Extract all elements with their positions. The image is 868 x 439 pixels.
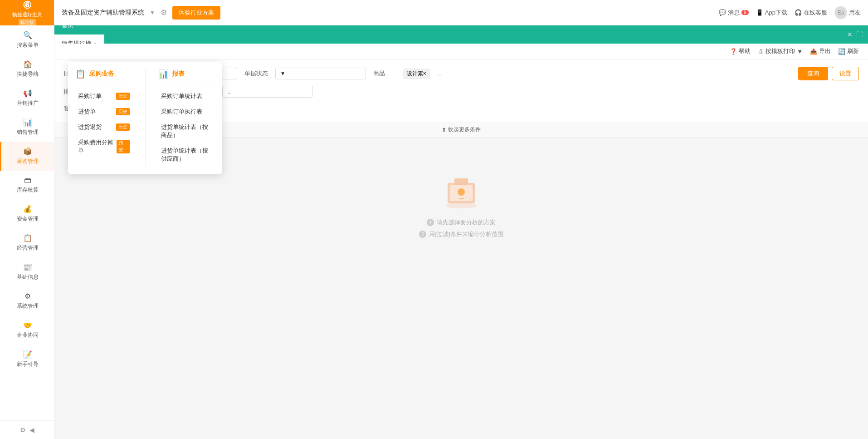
purchase-menu-item[interactable]: 采购订单 历史	[75, 89, 132, 104]
purchase-item-label: 进货单	[78, 108, 96, 116]
user-name: 用友	[849, 9, 861, 17]
sidebar: ⑥ 畅捷通好生意 标准版 🔍 搜索菜单 🏠 快捷导航 📢 营销推广 📊 销售管理…	[0, 0, 54, 439]
salesman-input[interactable]: ...	[222, 86, 313, 98]
report-menu-item[interactable]: 进货单统计表（按商品）	[158, 119, 215, 143]
topbar-gear-icon[interactable]: ⚙	[161, 8, 167, 17]
purchase-menu-item[interactable]: 进货单 历史	[75, 104, 132, 119]
empty-hint-1: 1 请先选择要分析的方案	[427, 218, 496, 227]
report-item-label: 进货单统计表（按供应商）	[161, 147, 213, 163]
query-btn[interactable]: 查询	[798, 67, 828, 80]
message-btn[interactable]: 💬 消息 9	[719, 9, 749, 17]
sidebar-item-basic-info[interactable]: 📰 基础信息	[0, 257, 54, 286]
online-service-btn[interactable]: 🎧 在线客服	[795, 9, 827, 17]
status-label: 单据状态	[244, 69, 268, 78]
tab-maximize-btn[interactable]: ⛶	[856, 31, 863, 38]
sidebar-item-finance[interactable]: 💰 资金管理	[0, 199, 54, 228]
purchase-label: 采购管理	[17, 158, 39, 165]
trial-btn[interactable]: 体验行业方案	[172, 6, 220, 20]
phone-icon: 📱	[756, 9, 763, 16]
sidebar-item-purchase[interactable]: 📦 采购管理	[0, 142, 54, 171]
report-item-label: 采购订单统计表	[161, 92, 202, 100]
search-label: 搜索菜单	[17, 41, 39, 49]
purchase-item-label: 采购订单	[78, 92, 102, 100]
empty-icon	[439, 174, 484, 210]
purchase-menu-item[interactable]: 采购费用分摊单 历史	[75, 135, 132, 158]
sidebar-item-quick-nav[interactable]: 🏠 快捷导航	[0, 54, 54, 84]
sidebar-item-marketing[interactable]: 📢 营销推广	[0, 84, 54, 113]
system-title: 装备及固定资产辅助管理系统	[62, 9, 144, 17]
message-icon: 💬	[719, 9, 726, 16]
guide-icon: 📝	[23, 350, 32, 359]
status-arrow: ▼	[280, 70, 286, 77]
quick-nav-label: 快捷导航	[17, 70, 39, 78]
tab-close-all-btn[interactable]: ✕	[847, 31, 853, 38]
finance-icon: 💰	[23, 205, 32, 213]
export-label: 导出	[819, 47, 831, 55]
refresh-label: 刷新	[847, 47, 859, 55]
sidebar-item-cooperation[interactable]: 🤝 企业协同	[0, 316, 54, 345]
svg-rect-3	[454, 178, 468, 185]
marketing-icon: 📢	[23, 89, 32, 98]
inventory-label: 库存核算	[17, 186, 39, 194]
sidebar-item-search[interactable]: 🔍 搜索菜单	[0, 25, 54, 54]
empty-hint-2: 2 用[过滤]条件来缩小分析范围	[419, 230, 503, 238]
sidebar-settings-btn[interactable]: ⚙	[20, 426, 26, 434]
app-download-label: App下载	[765, 9, 787, 17]
sidebar-item-operations[interactable]: 📋 经营管理	[0, 228, 54, 257]
topbar: 装备及固定资产辅助管理系统 ▼ ⚙ 体验行业方案 💬 消息 9 📱 App下载 …	[54, 0, 868, 25]
refresh-icon: 🔄	[838, 48, 845, 55]
goods-more[interactable]: ...	[437, 70, 442, 77]
settings-btn[interactable]: 设置	[832, 67, 859, 80]
tabbar: 首页销售排行榜× ✕ ⛶	[54, 25, 868, 44]
help-btn[interactable]: ❓ 帮助	[730, 47, 751, 55]
svg-point-4	[458, 188, 465, 196]
topbar-right: 💬 消息 9 📱 App下载 🎧 在线客服 Ea 用友	[719, 6, 861, 19]
goods-tag-text: 设计素×	[407, 70, 426, 78]
salesman-more[interactable]: ...	[227, 89, 232, 95]
system-icon: ⚙	[24, 292, 31, 301]
user-menu[interactable]: Ea 用友	[834, 6, 861, 19]
purchase-business-icon: 📋	[75, 69, 85, 79]
sidebar-collapse-btn[interactable]: ◀	[29, 426, 34, 434]
basic-info-icon: 📰	[23, 263, 32, 271]
export-btn[interactable]: 📤 导出	[810, 47, 831, 55]
purchase-report-icon: 📊	[158, 69, 168, 79]
logo-title: 畅捷通好生意	[12, 11, 42, 18]
sidebar-menu: 🔍 搜索菜单 🏠 快捷导航 📢 营销推广 📊 销售管理 📦 采购管理 🗃 库存核…	[0, 25, 54, 374]
report-menu-item[interactable]: 采购订单统计表	[158, 89, 215, 104]
sidebar-item-sales[interactable]: 📊 销售管理	[0, 113, 54, 142]
filter-actions: 查询 设置	[798, 67, 859, 80]
tab-home[interactable]: 首页	[54, 16, 104, 35]
purchase-right-items: 采购订单统计表采购订单执行表进货单统计表（按商品）进货单统计表（按供应商）	[158, 89, 215, 167]
svg-point-0	[445, 203, 477, 208]
print-label: 按模板打印	[766, 47, 795, 55]
collapse-text: 收起更多条件	[448, 126, 481, 133]
app-download-btn[interactable]: 📱 App下载	[756, 9, 787, 17]
status-select[interactable]: ▼	[275, 68, 366, 79]
page-content: ❓ 帮助 🖨 按模板打印 ▼ 📤 导出 🔄 刷新 日期 近7天	[54, 44, 868, 439]
purchase-icon: 📦	[23, 147, 32, 156]
purchase-item-label: 采购费用分摊单	[78, 138, 117, 155]
report-menu-item[interactable]: 进货单统计表（按供应商）	[158, 143, 215, 167]
sidebar-item-system[interactable]: ⚙ 系统管理	[0, 286, 54, 316]
print-btn[interactable]: 🖨 按模板打印 ▼	[758, 47, 803, 55]
message-label: 消息	[728, 9, 740, 17]
refresh-btn[interactable]: 🔄 刷新	[838, 47, 859, 55]
cooperation-label: 企业协同	[17, 331, 39, 339]
system-label: 系统管理	[17, 302, 39, 310]
report-menu-item[interactable]: 采购订单执行表	[158, 104, 215, 119]
report-item-label: 进货单统计表（按商品）	[161, 123, 213, 139]
purchase-menu-item[interactable]: 进货退货 历史	[75, 119, 132, 135]
history-badge: 历史	[117, 140, 130, 153]
history-badge: 历史	[116, 108, 130, 115]
sidebar-item-guide[interactable]: 📝 新手引导	[0, 345, 54, 374]
print-arrow[interactable]: ▼	[797, 48, 803, 55]
sidebar-item-inventory[interactable]: 🗃 库存核算	[0, 171, 54, 199]
purchase-report-header: 📊 报表	[158, 69, 215, 83]
sidebar-logo: ⑥ 畅捷通好生意 标准版	[0, 0, 54, 25]
topbar-dropdown-arrow[interactable]: ▼	[150, 10, 155, 16]
filter-toolbar: ❓ 帮助 🖨 按模板打印 ▼ 📤 导出 🔄 刷新	[54, 44, 868, 59]
collapse-arrow: ⬆	[442, 127, 446, 133]
report-item-label: 采购订单执行表	[161, 108, 202, 116]
purchase-item-label: 进货退货	[78, 123, 102, 131]
